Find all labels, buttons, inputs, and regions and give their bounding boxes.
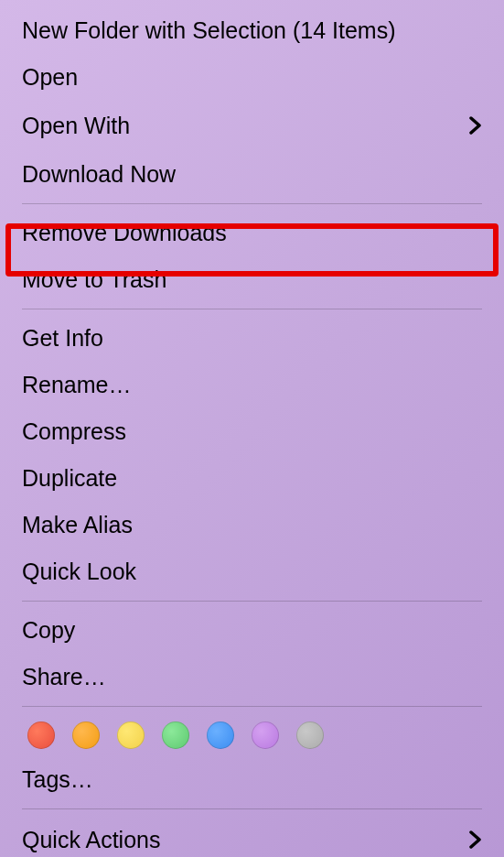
menu-item-label: Get Info (22, 322, 482, 354)
menu-divider (22, 203, 482, 204)
menu-item-rename[interactable]: Rename… (0, 362, 504, 408)
menu-item-label: New Folder with Selection (14 Items) (22, 15, 482, 47)
menu-divider (22, 706, 482, 707)
chevron-right-icon (469, 822, 482, 857)
menu-item-label: Compress (22, 416, 482, 448)
menu-item-tags[interactable]: Tags… (0, 756, 504, 803)
menu-item-move-to-trash[interactable]: Move to Trash (0, 256, 504, 303)
tag-color-yellow[interactable] (117, 721, 145, 749)
menu-divider (22, 309, 482, 309)
tag-color-blue[interactable] (207, 721, 234, 749)
menu-item-duplicate[interactable]: Duplicate (0, 455, 504, 502)
menu-item-new-folder-selection[interactable]: New Folder with Selection (14 Items) (0, 7, 504, 54)
menu-item-label: Quick Actions (22, 824, 462, 856)
menu-divider (22, 601, 482, 602)
menu-item-label: Open With (22, 110, 462, 142)
menu-item-download-now[interactable]: Download Now (0, 151, 504, 198)
menu-item-label: Remove Downloads (22, 217, 482, 249)
tag-color-red[interactable] (27, 721, 55, 749)
menu-divider (22, 808, 482, 809)
menu-item-label: Share… (22, 661, 482, 693)
menu-item-remove-downloads[interactable]: Remove Downloads (0, 210, 504, 256)
menu-item-label: Download Now (22, 158, 482, 190)
menu-item-label: Tags… (22, 764, 482, 796)
tag-color-purple[interactable] (252, 721, 279, 749)
menu-item-label: Open (22, 61, 482, 93)
menu-item-label: Copy (22, 614, 482, 646)
menu-item-label: Rename… (22, 369, 482, 401)
chevron-right-icon (469, 108, 482, 144)
menu-item-get-info[interactable]: Get Info (0, 315, 504, 362)
menu-item-make-alias[interactable]: Make Alias (0, 502, 504, 548)
tag-color-green[interactable] (162, 721, 189, 749)
context-menu: New Folder with Selection (14 Items) Ope… (0, 0, 504, 857)
menu-item-open[interactable]: Open (0, 54, 504, 101)
menu-item-quick-actions[interactable]: Quick Actions (0, 815, 504, 857)
menu-item-label: Make Alias (22, 509, 482, 541)
menu-item-quick-look[interactable]: Quick Look (0, 548, 504, 595)
menu-item-label: Duplicate (22, 462, 482, 494)
menu-item-label: Quick Look (22, 556, 482, 588)
tag-color-gray[interactable] (296, 721, 324, 749)
tag-color-orange[interactable] (72, 721, 100, 749)
menu-item-share[interactable]: Share… (0, 654, 504, 700)
menu-item-open-with[interactable]: Open With (0, 101, 504, 151)
tag-color-row (0, 712, 504, 756)
menu-item-copy[interactable]: Copy (0, 607, 504, 654)
menu-item-compress[interactable]: Compress (0, 408, 504, 455)
menu-item-label: Move to Trash (22, 264, 482, 296)
